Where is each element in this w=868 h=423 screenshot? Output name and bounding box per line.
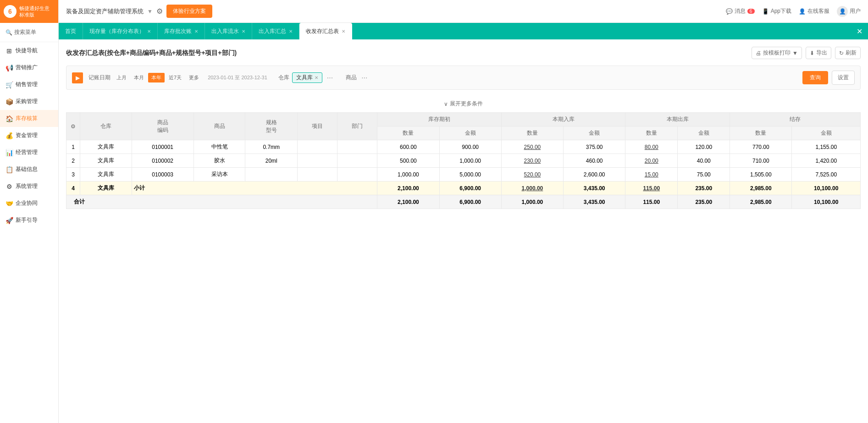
warehouse-more-button[interactable]: ··· [325, 74, 335, 82]
tab-close-in-out-flow[interactable]: ✕ [242, 29, 245, 34]
tab-batch-account[interactable]: 库存批次账 ✕ [158, 23, 205, 39]
query-button[interactable]: 查询 [802, 71, 828, 84]
cell-closing-qty: 770.00 [730, 140, 792, 154]
sidebar-item-finance[interactable]: 💰 资金管理 [0, 127, 58, 144]
date-btn-more[interactable]: 更多 [186, 73, 202, 82]
cell-opening-amt: 1,000.00 [439, 154, 501, 168]
cell-code: 0100002 [132, 154, 194, 168]
app-download-button[interactable]: 📱 App下载 [762, 7, 791, 15]
date-label: 记账日期 [88, 74, 111, 82]
page-container: 收发存汇总表(按仓库+商品编码+商品+规格型号+项目+部门) 🖨 按模板打印 ▼… [59, 39, 868, 423]
guide-icon: 🚀 [6, 217, 13, 224]
col-code: 商品编码 [132, 113, 194, 140]
total-row: 合计 2,100.00 6,900.00 1,000.00 3,435.00 1… [66, 195, 861, 209]
message-button[interactable]: 💬 消息 6 [726, 7, 755, 15]
col-opening: 库存期初 [377, 113, 502, 126]
tab-stock-dist[interactable]: 现存量（库存分布表） ✕ [83, 23, 158, 39]
cell-spec: 20ml [245, 154, 298, 168]
total-out-qty: 115.00 [625, 195, 678, 209]
online-service-button[interactable]: 👤 在线客服 [799, 7, 829, 15]
tab-in-out-summary[interactable]: 出入库汇总 ✕ [252, 23, 299, 39]
print-template-button[interactable]: 🖨 按模板打印 ▼ [752, 47, 802, 59]
total-out-amt: 235.00 [678, 195, 730, 209]
cell-out-qty[interactable]: 80.00 [625, 140, 678, 154]
sidebar-item-sales[interactable]: 🛒 销售管理 [0, 76, 58, 93]
table-row: 1 文具库 0100001 中性笔 0.7mm 600.00 900.00 25… [66, 140, 861, 154]
system-icon: ⚙ [6, 183, 13, 190]
marketing-icon: 📢 [6, 64, 13, 71]
warehouse-remove-button[interactable]: ✕ [315, 75, 318, 80]
tab-close-recv-send-summary[interactable]: ✕ [342, 29, 345, 34]
cell-in-qty[interactable]: 250.00 [501, 140, 563, 154]
try-button[interactable]: 体验行业方案 [166, 5, 212, 18]
tab-close-batch-account[interactable]: ✕ [194, 29, 198, 34]
finance-icon: 💰 [6, 132, 13, 139]
goods-more-button[interactable]: ··· [359, 74, 369, 82]
settings-icon[interactable]: ⚙ [156, 7, 163, 16]
basic-icon: 📋 [6, 166, 13, 173]
header-right: 💬 消息 6 📱 App下载 👤 在线客服 👤 用户 [726, 6, 861, 17]
date-btn-this-month[interactable]: 本月 [131, 73, 147, 82]
subtotal-in-amt: 3,435.00 [564, 181, 625, 195]
col-spec: 规格型号 [245, 113, 298, 140]
subtotal-in-qty[interactable]: 1,000.00 [501, 181, 563, 195]
cell-code: 0100001 [132, 140, 194, 154]
close-all-tabs-button[interactable]: ✕ [851, 27, 868, 36]
date-btn-7days[interactable]: 近7天 [166, 73, 185, 82]
sidebar-item-marketing[interactable]: 📢 营销推广 [0, 59, 58, 76]
goods-filter-group: 商品 ··· [346, 74, 369, 82]
chevron-down-icon: ▼ [792, 50, 798, 56]
sidebar-item-purchase[interactable]: 📦 采购管理 [0, 93, 58, 110]
sidebar-item-system[interactable]: ⚙ 系统管理 [0, 178, 58, 195]
tab-recv-send-summary[interactable]: 收发存汇总表 ✕ [299, 23, 352, 39]
filter-bar: ▶ 记账日期 上月 本月 本年 近7天 更多 2023-01-01 至 2023… [66, 66, 861, 90]
data-table: ⚙ 仓库 商品编码 商品 规格型号 项目 部门 库存期初 本期入库 本期出库 结… [66, 112, 861, 209]
tab-close-stock-dist[interactable]: ✕ [147, 29, 151, 34]
settings-button[interactable]: 设置 [832, 71, 855, 85]
refresh-button[interactable]: ↻ 刷新 [835, 47, 861, 59]
export-button[interactable]: ⬇ 导出 [806, 47, 831, 59]
total-closing-amt: 10,100.00 [792, 195, 861, 209]
quick-nav-icon: ⊞ [6, 47, 13, 55]
cell-in-qty[interactable]: 230.00 [501, 154, 563, 168]
goods-label: 商品 [346, 74, 357, 82]
cell-closing-amt: 1,155.00 [792, 140, 861, 154]
col-warehouse: 仓库 [80, 113, 132, 140]
cell-in-qty[interactable]: 520.00 [501, 168, 563, 181]
warehouse-filter-group: 仓库 文具库 ✕ ··· [278, 72, 335, 83]
warehouse-label: 仓库 [278, 74, 289, 82]
total-opening-amt: 6,900.00 [439, 195, 501, 209]
subtotal-out-qty[interactable]: 115.00 [625, 181, 678, 195]
cell-out-qty[interactable]: 20.00 [625, 154, 678, 168]
tab-in-out-flow[interactable]: 出入库流水 ✕ [205, 23, 252, 39]
cell-opening-amt: 5,000.00 [439, 168, 501, 181]
user-button[interactable]: 👤 用户 [837, 6, 861, 17]
col-closing-qty: 数量 [730, 126, 792, 140]
chevron-down-icon2: ∨ [444, 101, 448, 107]
sidebar-item-business[interactable]: 📊 经营管理 [0, 144, 58, 161]
sidebar-item-enterprise[interactable]: 🤝 企业协同 [0, 195, 58, 212]
sidebar-item-guide[interactable]: 🚀 新手引导 [0, 212, 58, 229]
total-opening-qty: 2,100.00 [377, 195, 439, 209]
search-menu-button[interactable]: 🔍 搜索菜单 [4, 27, 55, 38]
col-settings[interactable]: ⚙ [66, 113, 80, 140]
sidebar-item-quick-nav[interactable]: ⊞ 快捷导航 [0, 42, 58, 59]
inventory-icon: 🏠 [6, 115, 13, 122]
cell-out-qty[interactable]: 15.00 [625, 168, 678, 181]
phone-icon: 📱 [762, 8, 769, 15]
sidebar-search[interactable]: 🔍 搜索菜单 [0, 23, 58, 42]
sidebar-item-basic[interactable]: 📋 基础信息 [0, 161, 58, 178]
cell-opening-qty: 500.00 [377, 154, 439, 168]
table-container: ⚙ 仓库 商品编码 商品 规格型号 项目 部门 库存期初 本期入库 本期出库 结… [66, 112, 861, 209]
system-title: 装备及固定资产辅助管理系统 [66, 7, 144, 16]
filter-toggle-button[interactable]: ▶ [72, 72, 83, 83]
sidebar-item-inventory[interactable]: 🏠 库存核算 [0, 110, 58, 127]
cell-out-amt: 120.00 [678, 140, 730, 154]
date-btn-this-year[interactable]: 本年 [148, 73, 165, 82]
expand-more-button[interactable]: ∨ 展开更多条件 [438, 98, 488, 110]
tab-close-in-out-summary[interactable]: ✕ [289, 29, 293, 34]
tab-home[interactable]: 首页 [59, 23, 83, 39]
date-btn-last-month[interactable]: 上月 [113, 73, 130, 82]
cell-code: 0100003 [132, 168, 194, 181]
page-actions: 🖨 按模板打印 ▼ ⬇ 导出 ↻ 刷新 [752, 47, 861, 59]
